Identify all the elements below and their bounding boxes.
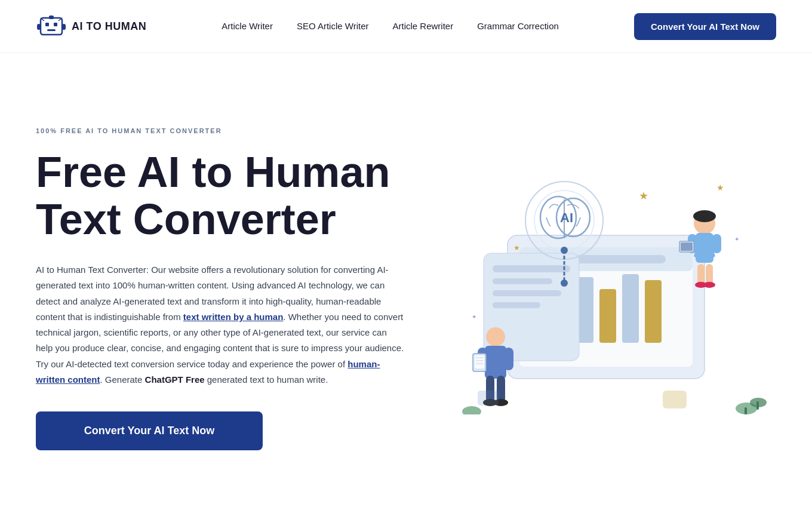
svg-point-34 <box>561 279 568 287</box>
hero-description: AI to Human Text Converter: Our website … <box>36 262 406 388</box>
svg-rect-1 <box>45 23 49 26</box>
logo-icon <box>36 11 67 42</box>
svg-point-57 <box>703 282 715 288</box>
hero-title: Free AI to Human Text Converter <box>36 149 430 243</box>
svg-text:✦: ✦ <box>734 236 739 242</box>
svg-rect-55 <box>706 264 713 285</box>
svg-rect-53 <box>712 234 721 253</box>
svg-rect-73 <box>663 391 687 408</box>
svg-rect-6 <box>37 24 41 30</box>
svg-point-33 <box>561 247 568 254</box>
svg-text:✦: ✦ <box>472 314 476 320</box>
logo-text: AI TO HUMAN <box>72 20 146 33</box>
svg-point-35 <box>486 327 505 346</box>
svg-text:AI: AI <box>560 210 573 225</box>
navbar: AI TO HUMAN Article Writer SEO Article W… <box>0 0 812 53</box>
hero-badge: 100% FREE AI TO HUMAN TEXT CONVERTER <box>36 127 430 134</box>
svg-rect-23 <box>493 265 570 272</box>
svg-rect-17 <box>645 280 662 343</box>
svg-rect-36 <box>485 346 506 379</box>
svg-rect-24 <box>493 278 552 284</box>
svg-rect-25 <box>493 290 561 296</box>
hero-svg-illustration: AI <box>436 164 770 414</box>
svg-rect-2 <box>54 23 57 26</box>
nav-links: Article Writer SEO Article Writer Articl… <box>222 21 559 32</box>
nav-link-article-writer[interactable]: Article Writer <box>222 21 273 31</box>
svg-rect-38 <box>504 348 513 370</box>
nav-link-grammar-correction[interactable]: Grammar Correction <box>477 21 559 31</box>
logo-link[interactable]: AI TO HUMAN <box>36 11 146 42</box>
nav-item-article-writer[interactable]: Article Writer <box>222 21 273 32</box>
svg-text:★: ★ <box>513 244 520 252</box>
svg-rect-44 <box>475 355 484 368</box>
svg-rect-7 <box>62 24 66 30</box>
svg-rect-78 <box>745 407 747 414</box>
link-human-written-content[interactable]: human-written content <box>36 359 380 385</box>
svg-rect-79 <box>756 401 759 410</box>
svg-rect-74 <box>478 391 499 406</box>
nav-item-seo-article-writer[interactable]: SEO Article Writer <box>297 21 369 32</box>
svg-text:★: ★ <box>639 190 648 202</box>
svg-rect-54 <box>697 264 705 285</box>
link-text-written-by-human[interactable]: text written by a human <box>183 312 284 322</box>
nav-item-article-rewriter[interactable]: Article Rewriter <box>392 21 453 32</box>
svg-point-77 <box>462 406 481 414</box>
chatgpt-free-text: ChatGPT Free <box>145 374 205 385</box>
hero-section: 100% FREE AI TO HUMAN TEXT CONVERTER Fre… <box>0 53 812 512</box>
svg-rect-16 <box>622 274 639 343</box>
svg-rect-3 <box>47 29 56 31</box>
hero-content: 100% FREE AI TO HUMAN TEXT CONVERTER Fre… <box>36 127 430 450</box>
svg-text:★: ★ <box>716 183 724 192</box>
nav-link-article-rewriter[interactable]: Article Rewriter <box>392 21 453 31</box>
svg-rect-15 <box>599 289 616 343</box>
hero-illustration: AI <box>436 164 770 414</box>
hero-cta-button[interactable]: Convert Your AI Text Now <box>36 411 263 450</box>
svg-rect-26 <box>493 302 540 308</box>
hero-title-line1: Free AI to Human <box>36 148 390 196</box>
nav-item-grammar-correction[interactable]: Grammar Correction <box>477 21 559 32</box>
svg-point-50 <box>693 210 716 222</box>
nav-link-seo-article-writer[interactable]: SEO Article Writer <box>297 21 369 31</box>
hero-title-line2: Text Converter <box>36 195 336 243</box>
svg-rect-59 <box>681 242 693 251</box>
hero-illustration-container: AI <box>430 164 776 414</box>
nav-cta-button[interactable]: Convert Your AI Text Now <box>634 13 776 40</box>
